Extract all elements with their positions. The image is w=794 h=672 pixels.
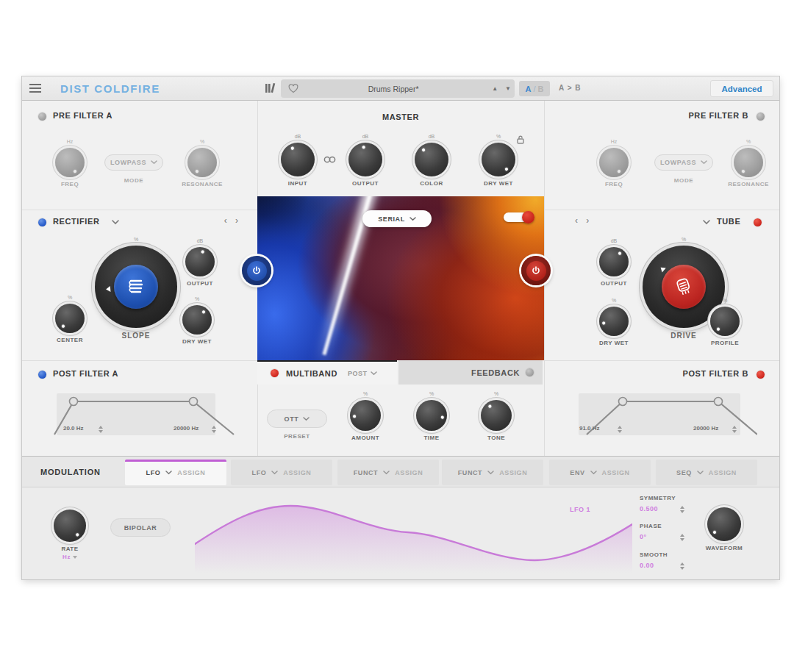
feedback-led[interactable] — [526, 368, 534, 376]
mod-tab-funct-2[interactable]: FUNCT ASSIGN — [442, 460, 543, 485]
mod-tab-lfo-2[interactable]: LFO ASSIGN — [231, 460, 332, 485]
high-cut-handle[interactable] — [715, 398, 723, 406]
dry-wet-knob-dial[interactable] — [182, 305, 212, 335]
pre-filter-b-resonance-knob[interactable]: % RESONANCE — [715, 138, 782, 187]
effect-prev-next-arrows[interactable]: ‹ › — [575, 215, 592, 226]
freq-knob-dial[interactable] — [599, 148, 629, 177]
ab-toggle-a[interactable]: A — [526, 85, 532, 93]
chevron-down-icon[interactable] — [271, 471, 278, 475]
routing-balance-toggle[interactable] — [504, 212, 534, 223]
chevron-down-icon[interactable] — [112, 220, 119, 225]
chevron-down-icon[interactable] — [703, 220, 710, 225]
preset-browser-bar[interactable]: Drums Ripper* ▲ ▼ — [281, 79, 515, 98]
low-cut-handle[interactable] — [70, 398, 78, 406]
phase-value[interactable]: 0° — [640, 533, 647, 540]
low-freq-value[interactable]: 91.0 Hz — [579, 425, 600, 432]
preset-prev-icon[interactable]: ▲ — [488, 85, 501, 92]
tube-power-button[interactable] — [521, 256, 551, 285]
rate-knob-dial[interactable] — [54, 510, 86, 542]
resonance-knob-dial[interactable] — [734, 148, 763, 177]
chevron-down-icon[interactable] — [590, 471, 597, 475]
feedback-tone-knob[interactable]: % TONE — [463, 390, 529, 441]
ab-copy-button[interactable]: A > B — [559, 84, 581, 92]
high-freq-value[interactable]: 20000 Hz — [174, 425, 198, 432]
assign-button[interactable]: ASSIGN — [709, 469, 737, 476]
effect-prev-next-arrows[interactable]: ‹ › — [224, 215, 241, 226]
output-knob-dial[interactable] — [185, 247, 215, 276]
library-icon[interactable] — [265, 82, 278, 94]
assign-button[interactable]: ASSIGN — [177, 469, 205, 476]
master-output-knob[interactable]: dB OUTPUT — [332, 133, 398, 187]
pre-filter-a-mode-dropdown[interactable]: LOWPASS — [104, 154, 163, 171]
input-knob-dial[interactable] — [281, 143, 315, 176]
time-knob-dial[interactable] — [416, 400, 447, 431]
freq-knob-dial[interactable] — [55, 148, 85, 177]
low-freq-value[interactable]: 20.0 Hz — [63, 425, 84, 432]
color-knob-dial[interactable] — [415, 143, 448, 176]
advanced-button[interactable]: Advanced — [710, 80, 773, 97]
profile-knob-dial[interactable] — [710, 307, 740, 336]
multiband-tab[interactable]: MULTIBAND POST — [257, 360, 397, 385]
preset-next-icon[interactable]: ▼ — [501, 85, 515, 92]
mod-tab-seq[interactable]: SEQ ASSIGN — [656, 460, 757, 485]
mod-tab-lfo-1[interactable]: LFO ASSIGN — [125, 460, 226, 485]
resonance-knob-dial[interactable] — [187, 148, 217, 177]
symmetry-value[interactable]: 0.500 — [640, 505, 658, 512]
rectifier-center-knob[interactable]: % CENTER — [37, 294, 103, 343]
tube-led[interactable] — [754, 218, 762, 226]
chevron-down-icon[interactable] — [487, 471, 494, 475]
assign-button[interactable]: ASSIGN — [499, 469, 527, 476]
pre-filter-a-led[interactable] — [38, 112, 46, 121]
heart-icon[interactable] — [288, 84, 298, 93]
feedback-time-knob[interactable]: % TIME — [398, 390, 465, 441]
dry-wet-knob-dial[interactable] — [599, 307, 629, 336]
bipolar-toggle[interactable]: BIPOLAR — [110, 518, 171, 537]
chevron-down-icon[interactable] — [165, 471, 172, 475]
phase-stepper[interactable] — [680, 534, 684, 541]
toggle-thumb[interactable] — [522, 211, 534, 224]
rectifier-output-knob[interactable]: dB OUTPUT — [167, 237, 233, 287]
dry-wet-knob-dial[interactable] — [482, 143, 515, 176]
multiband-position-dropdown[interactable]: POST — [348, 370, 368, 377]
post-filter-b-graph[interactable] — [573, 392, 757, 437]
smooth-value[interactable]: 0.00 — [640, 562, 654, 569]
symmetry-stepper[interactable] — [680, 506, 684, 513]
rectifier-power-button[interactable] — [242, 256, 271, 285]
low-freq-stepper[interactable] — [618, 426, 622, 433]
multiband-preset-dropdown[interactable]: OTT — [267, 410, 327, 428]
pre-filter-b-mode-dropdown[interactable]: LOWPASS — [654, 154, 713, 171]
chevron-down-icon[interactable] — [697, 471, 704, 475]
master-input-knob[interactable]: dB INPUT — [265, 133, 331, 187]
output-knob-dial[interactable] — [348, 143, 382, 176]
hamburger-menu-icon[interactable] — [29, 84, 41, 93]
post-filter-a-led[interactable] — [38, 371, 46, 379]
high-cut-handle[interactable] — [190, 398, 198, 406]
smooth-stepper[interactable] — [680, 562, 684, 570]
center-knob-dial[interactable] — [55, 304, 85, 333]
master-color-knob[interactable]: dB COLOR — [398, 133, 465, 187]
lfo-waveform-knob[interactable]: WAVEFORM — [691, 507, 757, 551]
high-freq-stepper[interactable] — [732, 426, 737, 433]
pre-filter-a-freq-knob[interactable]: Hz FREQ — [37, 138, 103, 187]
low-freq-stepper[interactable] — [99, 426, 103, 433]
rate-unit-dropdown[interactable]: Hz — [62, 554, 77, 560]
mod-tab-funct-1[interactable]: FUNCT ASSIGN — [337, 460, 439, 485]
rectifier-dry-wet-knob[interactable]: % DRY WET — [164, 296, 230, 345]
chevron-down-icon[interactable] — [383, 471, 390, 475]
feedback-tab[interactable]: FEEDBACK — [398, 360, 543, 385]
tone-knob-dial[interactable] — [481, 400, 512, 431]
lock-icon[interactable] — [516, 135, 525, 145]
waveform-knob-dial[interactable] — [707, 507, 741, 541]
pre-filter-b-freq-knob[interactable]: Hz FREQ — [581, 138, 647, 187]
assign-button[interactable]: ASSIGN — [602, 469, 630, 476]
preset-name[interactable]: Drums Ripper* — [298, 85, 488, 93]
mod-tab-env[interactable]: ENV ASSIGN — [549, 460, 651, 485]
pre-filter-b-led[interactable] — [757, 112, 765, 121]
lfo-waveform-display[interactable] — [195, 496, 632, 573]
ab-toggle-b[interactable]: B — [538, 85, 544, 93]
high-freq-value[interactable]: 20000 Hz — [693, 425, 718, 432]
output-knob-dial[interactable] — [599, 247, 629, 276]
amount-knob-dial[interactable] — [350, 400, 381, 431]
multiband-led[interactable] — [271, 369, 279, 377]
routing-mode-dropdown[interactable]: SERIAL — [362, 210, 432, 227]
